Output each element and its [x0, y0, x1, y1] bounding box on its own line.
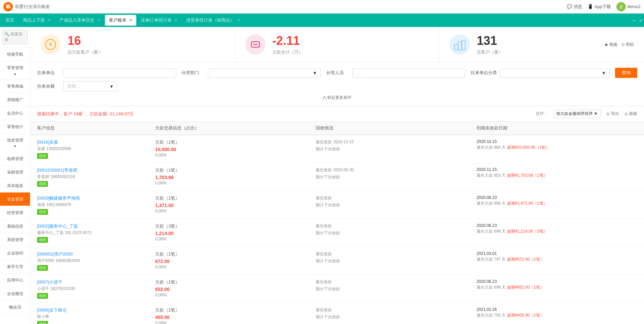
- customer-name-5[interactable]: [0007]小进千: [37, 279, 155, 285]
- sidebar-item-new-guide[interactable]: 新手引导: [0, 260, 30, 273]
- sidebar-search-area: 🔍 搜索菜单: [0, 27, 30, 48]
- due-cell-0: 2020.10.15 最长欠款 884 天 超期¥10,000.00（1笔）: [477, 139, 637, 150]
- customer-cell-6: [0006]去下粮仓 陈小希 现销: [37, 307, 155, 324]
- window-maximize-button[interactable]: ⤢: [639, 18, 643, 23]
- tab-products[interactable]: 商品上下架 ✕: [19, 15, 55, 26]
- overdue-link-0[interactable]: 超期¥10,000.00（1笔）: [507, 145, 550, 150]
- tab-production-history[interactable]: 产成品入库单历史 ✕: [55, 15, 104, 26]
- tab-import-stats[interactable]: 进货单统计表（按商品） ✕: [182, 15, 244, 26]
- chevron-down-icon: ▼: [594, 111, 598, 116]
- due-cell-6: 2021.02.26 最长欠款 750 天 超期¥455.90（1笔）: [477, 307, 637, 318]
- table-row: [0007]小进千 小进千 18279152100 现销 欠款（1笔） 652.…: [30, 275, 644, 303]
- manager-filter-label: 分管人员: [326, 70, 350, 76]
- sidebar-item-retail-mgmt[interactable]: 零售管理 ▲: [0, 61, 30, 80]
- close-tab-products[interactable]: ✕: [48, 18, 51, 23]
- results-actions: 排序： 按欠款金额倒序排序 ▼ ⊙ 导出 ⊙ 刷新: [536, 110, 637, 118]
- app-title: 母婴行业演示账套: [15, 4, 50, 10]
- chevron-down-icon: ▼: [109, 84, 114, 89]
- debt-cell-5: 欠款（1笔） 652.00 0.00%: [155, 279, 316, 297]
- category-filter-select[interactable]: ▼: [500, 68, 610, 78]
- customer-name-4[interactable]: [000002]用户2050: [37, 251, 155, 257]
- sort-select[interactable]: 按欠款金额倒序排序 ▼: [553, 110, 601, 118]
- data-table: 客户信息 欠款交易信息（占比） 回收情况 到期未收款日期 [0016]吴俊 吴俊…: [30, 122, 644, 324]
- manager-filter-input[interactable]: ...: [353, 68, 465, 78]
- debt-cell-2: 欠款（1笔） 1,471.00 0.00%: [155, 195, 316, 213]
- dept-filter-select[interactable]: ▼: [208, 68, 320, 78]
- close-tab-purchase-stats[interactable]: ✕: [174, 18, 177, 23]
- customer-cell-2: [0003]畅捷服务尹海燕 海燕 18513066976 现销: [37, 195, 155, 215]
- search-icon: 🔍: [4, 32, 9, 36]
- close-tab-production-history[interactable]: ✕: [97, 18, 100, 23]
- table-row: [000002]用户2050 用户2050 18665062050 现销 欠款（…: [30, 247, 644, 275]
- view-video-button[interactable]: ▶ 视频: [605, 42, 617, 48]
- total-debt-icon: [245, 34, 265, 55]
- recovery-cell-1: 最近收款 2020-06-30 预计下次收款: [316, 167, 476, 180]
- due-cell-4: 2021.03.01 最长欠款 747 天 超期¥672.00（1笔）: [477, 251, 637, 262]
- dept-filter-label: 分管部门: [181, 70, 205, 76]
- export-icon: ⊙: [606, 112, 610, 116]
- results-bar: 搜索结果中，客户 16家 ， 欠款金额 -21,148.07元 排序： 按欠款金…: [30, 106, 644, 122]
- debt-cell-6: 欠款（1笔） 455.90 0.00%: [155, 307, 316, 324]
- sidebar-item-basic-info[interactable]: 基础信息: [0, 219, 30, 233]
- sidebar-item-finance[interactable]: 资金管理: [0, 193, 30, 206]
- customer-name-6[interactable]: [0006]去下粮仓: [37, 307, 155, 313]
- download-button[interactable]: 📱 App下载: [588, 4, 611, 10]
- total-customers-label: 总客户（家）: [477, 49, 503, 55]
- customer-cell-0: [0016]吴俊 吴俊 13026203696 现销: [37, 139, 155, 159]
- main-area: 🔍 搜索菜单 快捷导航 零售管理 ▲ 零售商城 营销推广 会员中心 零售统计: [0, 27, 644, 324]
- customer-tag-0: 现销: [37, 153, 48, 159]
- summary-card-total-debt: -2.11 欠款合计（万）: [235, 27, 440, 62]
- sidebar-item-retail-mall[interactable]: 零售商城: [0, 80, 30, 93]
- tab-purchase-stats[interactable]: 采购订单统计表 ✕: [137, 15, 181, 26]
- sidebar-item-app-center[interactable]: 应用中心: [0, 273, 30, 287]
- sidebar-item-enterprise-wechat[interactable]: 企业微信: [0, 287, 30, 300]
- close-tab-customer-account[interactable]: ✕: [129, 18, 132, 23]
- close-tab-import-stats[interactable]: ✕: [237, 18, 240, 23]
- sidebar: 🔍 搜索菜单 快捷导航 零售管理 ▲ 零售商城 营销推广 会员中心 零售统计: [0, 27, 30, 324]
- tab-customer-account[interactable]: 客户账本 ✕: [105, 15, 136, 26]
- debt-cell-4: 欠款（1笔） 672.00 0.00%: [155, 251, 316, 269]
- help-button[interactable]: ⊙ 帮助: [621, 42, 634, 48]
- message-button[interactable]: 💬 消息: [567, 4, 582, 10]
- col-header-due-date: 到期未收款日期: [477, 125, 637, 131]
- sidebar-item-quick-nav[interactable]: 快捷导航: [0, 48, 30, 61]
- category-filter-label: 往来单位分类: [471, 70, 497, 76]
- chevron-down-icon: ▼: [313, 70, 317, 76]
- sidebar-item-retail-stats[interactable]: 零售统计: [0, 120, 30, 134]
- filter-dept: 分管部门 ▼: [181, 68, 320, 78]
- sidebar-item-system[interactable]: 系统管理: [0, 233, 30, 246]
- recovery-cell-6: 最近收款 预计下次收款: [316, 307, 476, 320]
- sidebar-item-member-center[interactable]: 会员中心: [0, 107, 30, 120]
- download-icon: 📱: [588, 4, 593, 9]
- refresh-button[interactable]: ⊙ 刷新: [624, 111, 637, 117]
- sidebar-item-inventory[interactable]: 库存核算: [0, 179, 30, 193]
- sidebar-item-enterprise-collab[interactable]: 企业协同: [0, 246, 30, 260]
- sidebar-item-marketing[interactable]: 营销推广: [0, 93, 30, 107]
- sidebar-item-wholesale-mgmt[interactable]: 批发管理 ▼: [0, 134, 30, 152]
- sidebar-item-purchase-mgmt[interactable]: 采购管理: [0, 166, 30, 179]
- customer-name-3[interactable]: [0002]服务中心_丁磊: [37, 223, 155, 229]
- search-menu-button[interactable]: 🔍 搜索菜单: [2, 30, 28, 45]
- customer-name-0[interactable]: [0016]吴俊: [37, 139, 155, 145]
- sidebar-item-ecommerce[interactable]: 电商管理: [0, 152, 30, 166]
- export-button[interactable]: ⊙ 导出: [606, 111, 619, 117]
- sidebar-item-operations[interactable]: 经营管理: [0, 206, 30, 219]
- summary-card1-info: 16 总欠款客户（家）: [67, 34, 103, 55]
- tab-home[interactable]: 首页: [1, 15, 18, 26]
- customer-name-2[interactable]: [0003]畅捷服务尹海燕: [37, 195, 155, 201]
- content-area: ¥ 16 总欠款客户（家） -2.11 欠款合计（万）: [30, 27, 644, 324]
- window-minimize-button[interactable]: —: [632, 18, 636, 23]
- customer-filter-input[interactable]: ...: [63, 68, 176, 78]
- total-debt-amount: -2.11: [272, 34, 303, 48]
- customer-name-1[interactable]: [0001020001]李老师: [37, 167, 155, 173]
- collapse-button[interactable]: ⋀ 收起更多条件: [323, 95, 352, 100]
- debt-customers-label: 总欠款客户（家）: [67, 49, 103, 55]
- nav-right-actions: — ⤢: [632, 18, 643, 23]
- sidebar-item-vip-member[interactable]: 畅会员: [0, 300, 30, 314]
- filter-balance: 往来余额 选择... ▼: [37, 81, 637, 91]
- search-button[interactable]: 查询: [615, 68, 637, 78]
- filter-row-1: 往来单位 ... 分管部门 ▼ 分管人员: [37, 68, 637, 78]
- user-profile-button[interactable]: d demo2: [616, 2, 641, 11]
- balance-filter-select[interactable]: 选择... ▼: [63, 81, 117, 91]
- top-bar-left: 畅 母婴行业演示账套: [3, 2, 50, 11]
